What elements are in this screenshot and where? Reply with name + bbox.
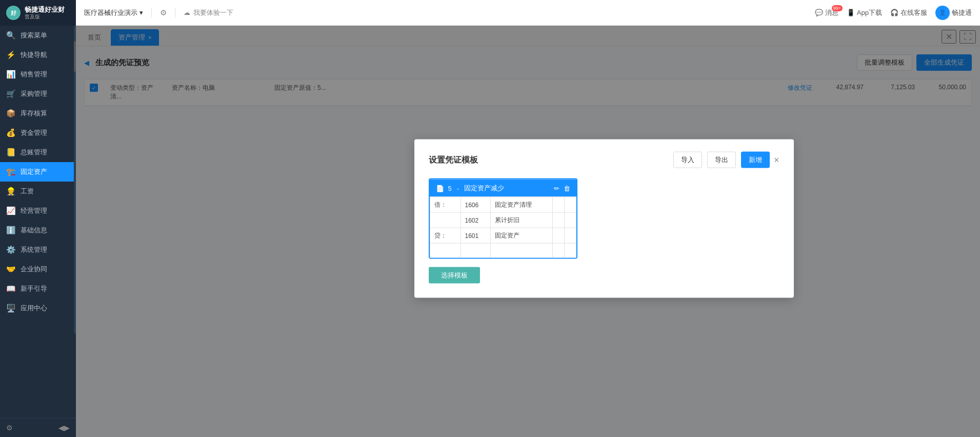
experience-btn[interactable]: ☁ 我要体验一下 bbox=[184, 8, 233, 17]
template-card-actions: ✏ 🗑 bbox=[554, 184, 570, 192]
template-card-header: 📄 5 - 固定资产减少 ✏ 🗑 bbox=[430, 180, 576, 197]
entry-account-2: 累计折旧 bbox=[491, 212, 552, 228]
guide-icon: 📖 bbox=[6, 284, 15, 293]
finance-icon: 💰 bbox=[6, 128, 15, 137]
template-empty-row bbox=[430, 243, 576, 257]
template-separator: - bbox=[457, 184, 459, 192]
sidebar-item-basic-info[interactable]: ℹ️ 基础信息 bbox=[0, 221, 76, 240]
settings-bottom-icon[interactable]: ⚙ bbox=[6, 424, 13, 432]
header-divider1 bbox=[151, 8, 152, 18]
sidebar-item-guide[interactable]: 📖 新手引导 bbox=[0, 279, 76, 299]
company-dropdown-icon: ▾ bbox=[139, 9, 143, 16]
sidebar-item-purchase[interactable]: 🛒 采购管理 bbox=[0, 84, 76, 104]
sidebar-item-finance[interactable]: 💰 资金管理 bbox=[0, 123, 76, 143]
template-card-body: 借： 1606 固定资产清理 1602 累计折旧 贷： bbox=[430, 197, 576, 258]
template-id: 5 bbox=[448, 184, 452, 192]
app-center-icon: 🖥️ bbox=[6, 304, 15, 313]
message-btn[interactable]: 💬 消息 99+ bbox=[815, 8, 838, 17]
app-logo: 好 畅捷通好业财 普及版 bbox=[0, 0, 76, 26]
sidebar-item-ledger[interactable]: 📒 总账管理 bbox=[0, 143, 76, 162]
entry-credit-3 bbox=[564, 228, 576, 243]
header-divider2 bbox=[175, 8, 175, 18]
company-selector[interactable]: 医疗器械行业演示 ▾ bbox=[84, 8, 143, 17]
entry-credit-1 bbox=[564, 197, 576, 212]
sidebar-item-search[interactable]: 🔍 搜索菜单 bbox=[0, 26, 76, 45]
template-doc-icon: 📄 bbox=[436, 184, 444, 192]
dialog-header: 设置凭证模板 导入 导出 新增 × bbox=[429, 152, 779, 168]
template-entry-row: 1602 累计折旧 bbox=[430, 212, 576, 228]
operations-icon: 📈 bbox=[6, 206, 15, 215]
purchase-icon: 🛒 bbox=[6, 89, 15, 98]
app-download-btn[interactable]: 📱 App下载 bbox=[847, 8, 882, 17]
search-icon: 🔍 bbox=[6, 31, 15, 40]
collapse-icon[interactable]: ◀▶ bbox=[58, 424, 70, 432]
cloud-icon: ☁ bbox=[184, 9, 190, 16]
export-btn[interactable]: 导出 bbox=[707, 152, 736, 168]
salary-icon: 👷 bbox=[6, 187, 15, 196]
entry-side-1: 借： bbox=[430, 197, 461, 212]
entry-debit-2 bbox=[552, 212, 564, 228]
online-service-btn[interactable]: 🎧 在线客服 bbox=[890, 8, 927, 17]
entry-credit-2 bbox=[564, 212, 576, 228]
template-delete-icon[interactable]: 🗑 bbox=[564, 184, 570, 192]
sidebar-item-operations[interactable]: 📈 经营管理 bbox=[0, 201, 76, 221]
sidebar-bottom: ⚙ ◀▶ bbox=[0, 418, 76, 437]
entry-account-1: 固定资产清理 bbox=[491, 197, 552, 212]
template-dialog: 设置凭证模板 导入 导出 新增 × 📄 5 - 固定资产减少 ✏ 🗑 bbox=[414, 140, 794, 298]
fixed-assets-icon: 🏗️ bbox=[6, 167, 15, 176]
sidebar-item-fixed-assets[interactable]: 🏗️ 固定资产 bbox=[0, 162, 76, 182]
system-icon: ⚙️ bbox=[6, 245, 15, 254]
service-icon: 🎧 bbox=[890, 9, 898, 16]
template-entry-row: 贷： 1601 固定资产 bbox=[430, 228, 576, 243]
choose-template-btn[interactable]: 选择模板 bbox=[429, 267, 480, 284]
choose-btn-wrap: 选择模板 bbox=[429, 267, 779, 284]
download-icon: 📱 bbox=[847, 9, 855, 16]
dialog-close-btn[interactable]: × bbox=[774, 154, 779, 165]
cooperation-icon: 🤝 bbox=[6, 265, 15, 274]
basic-info-icon: ℹ️ bbox=[6, 226, 15, 235]
sidebar: 好 畅捷通好业财 普及版 🔍 搜索菜单 ⚡ 快捷导航 📊 销售管理 🛒 采购管理… bbox=[0, 0, 76, 437]
quick-nav-icon: ⚡ bbox=[6, 50, 15, 59]
sidebar-item-sales[interactable]: 📊 销售管理 bbox=[0, 65, 76, 84]
sidebar-item-salary[interactable]: 👷 工资 bbox=[0, 182, 76, 201]
dialog-title: 设置凭证模板 bbox=[429, 154, 478, 165]
sidebar-item-system[interactable]: ⚙️ 系统管理 bbox=[0, 240, 76, 260]
entry-code-3: 1601 bbox=[461, 228, 491, 243]
avatar: 👤 bbox=[935, 6, 950, 20]
entry-code-2: 1602 bbox=[461, 212, 491, 228]
entry-code-1: 1606 bbox=[461, 197, 491, 212]
logo-text: 畅捷通好业财 普及版 bbox=[25, 6, 65, 20]
settings-icon[interactable]: ⚙ bbox=[160, 8, 167, 17]
template-name: 固定资产减少 bbox=[464, 184, 504, 193]
template-entries-table: 借： 1606 固定资产清理 1602 累计折旧 贷： bbox=[430, 197, 576, 258]
template-edit-icon[interactable]: ✏ bbox=[554, 184, 559, 192]
template-entry-row: 借： 1606 固定资产清理 bbox=[430, 197, 576, 212]
logo-icon: 好 bbox=[6, 6, 21, 20]
sidebar-item-cooperation[interactable]: 🤝 企业协同 bbox=[0, 260, 76, 279]
sidebar-item-inventory[interactable]: 📦 库存核算 bbox=[0, 104, 76, 123]
dialog-actions: 导入 导出 新增 bbox=[673, 152, 770, 168]
ledger-icon: 📒 bbox=[6, 148, 15, 157]
sidebar-item-app-center[interactable]: 🖥️ 应用中心 bbox=[0, 299, 76, 318]
header: 医疗器械行业演示 ▾ ⚙ ☁ 我要体验一下 💬 消息 99+ 📱 App下载 🎧… bbox=[76, 0, 980, 26]
user-menu[interactable]: 👤 畅捷通 bbox=[935, 6, 972, 20]
entry-side-2 bbox=[430, 212, 461, 228]
template-card: 📄 5 - 固定资产减少 ✏ 🗑 借： 1606 固定资产清理 bbox=[429, 178, 577, 259]
sidebar-item-quick-nav[interactable]: ⚡ 快捷导航 bbox=[0, 45, 76, 65]
entry-side-3: 贷： bbox=[430, 228, 461, 243]
import-btn[interactable]: 导入 bbox=[673, 152, 702, 168]
message-icon: 💬 bbox=[815, 9, 823, 16]
sales-icon: 📊 bbox=[6, 70, 15, 79]
dialog-header-right: 导入 导出 新增 × bbox=[673, 152, 779, 168]
entry-debit-1 bbox=[552, 197, 564, 212]
entry-debit-3 bbox=[552, 228, 564, 243]
entry-account-3: 固定资产 bbox=[491, 228, 552, 243]
header-right: 💬 消息 99+ 📱 App下载 🎧 在线客服 👤 畅捷通 bbox=[815, 6, 972, 20]
inventory-icon: 📦 bbox=[6, 109, 15, 118]
new-template-btn[interactable]: 新增 bbox=[741, 152, 770, 168]
